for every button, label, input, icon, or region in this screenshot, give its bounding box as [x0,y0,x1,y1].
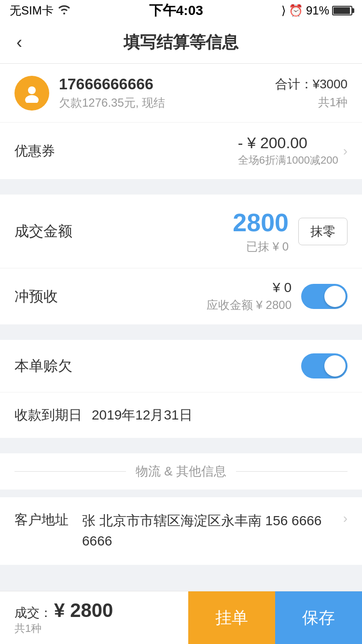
content: 17666666666 欠款1276.35元, 现结 合计：¥3000 共1种 … [0,64,362,644]
coupon-discount: - ¥ 200.00 [238,134,338,152]
svg-point-1 [25,95,39,103]
divider-left [14,471,126,472]
debt-toggle-knob [324,355,346,377]
user-total: 合计：¥3000 共1种 [275,76,348,110]
due-date-label: 收款到期日 [14,406,82,424]
svg-point-0 [28,86,36,94]
user-debt: 欠款1276.35元, 现结 [59,95,165,111]
status-time: 下午4:03 [149,1,203,20]
debt-row: 本单赊欠 [0,340,362,392]
prepay-sub: 应收金额 ¥ 2800 [207,297,292,313]
prepay-right: ¥ 0 应收金额 ¥ 2800 [207,280,348,313]
address-value: 张 北京市市辖区海淀区永丰南 156 6666 6666 [82,511,334,551]
amount-value: 2800 [233,208,289,237]
back-button[interactable]: ‹ [12,28,27,57]
debt-card: 本单赊欠 收款到期日 2019年12月31日 [0,340,362,438]
logistics-card: 物流 & 其他信息 [0,453,362,490]
battery-icon [332,6,352,15]
prepay-values: ¥ 0 应收金额 ¥ 2800 [207,280,292,313]
separator-3 [0,446,362,453]
amount-label: 成交金额 [14,222,72,241]
address-card: 客户地址 张 北京市市辖区海淀区永丰南 156 6666 6666 › [0,497,362,565]
due-date-value: 2019年12月31日 [92,406,193,424]
coupon-desc: 全场6折满1000减200 [238,153,338,168]
avatar [14,76,49,111]
coupon-info: - ¥ 200.00 全场6折满1000减200 [238,134,338,168]
logistics-label: 物流 & 其他信息 [136,463,226,480]
battery-text: 91% [306,4,329,17]
user-info-card: 17666666666 欠款1276.35元, 现结 合计：¥3000 共1种 … [0,64,362,179]
bottom-total-label: 成交： [14,604,52,621]
status-left: 无SIM卡 [10,3,71,18]
user-left: 17666666666 欠款1276.35元, 现结 [14,75,165,111]
bottom-count: 共1种 [14,621,174,636]
nav-bar: ‹ 填写结算等信息 [0,21,362,64]
location-icon: ⟩ [281,4,286,17]
total-amount: 合计：¥3000 [275,76,348,93]
amount-right: 2800 已抹 ¥ 0 抹零 [233,208,348,254]
address-row[interactable]: 客户地址 张 北京市市辖区海淀区永丰南 156 6666 6666 › [0,497,362,565]
separator-1 [0,187,362,195]
bottom-info: 成交： ¥ 2800 共1种 [0,600,188,636]
prepay-toggle[interactable] [301,284,348,309]
user-phone: 17666666666 [59,75,165,93]
page-title: 填写结算等信息 [124,31,238,54]
logistics-divider: 物流 & 其他信息 [0,453,362,490]
save-button[interactable]: 保存 [275,591,362,644]
prepay-row: 冲预收 ¥ 0 应收金额 ¥ 2800 [0,268,362,324]
amount-block: 2800 已抹 ¥ 0 [233,208,289,254]
debt-toggle[interactable] [301,353,348,378]
bottom-total-line: 成交： ¥ 2800 [14,600,174,621]
bottom-total-amount: ¥ 2800 [54,600,113,621]
chevron-right-icon: › [343,143,348,159]
coupon-row[interactable]: 优惠券 - ¥ 200.00 全场6折满1000减200 › [0,122,362,179]
debt-label: 本单赊欠 [14,356,72,376]
divider-right [236,471,348,472]
amount-sub: 已抹 ¥ 0 [233,239,289,254]
status-right: ⟩ ⏰ 91% [281,4,352,17]
coupon-right: - ¥ 200.00 全场6折满1000减200 › [238,134,348,168]
user-info: 17666666666 欠款1276.35元, 现结 [59,75,165,111]
toggle-knob [324,286,346,307]
alarm-icon: ⏰ [289,4,303,17]
address-label: 客户地址 [14,511,72,529]
prepay-label: 冲预收 [14,287,58,307]
status-bar: 无SIM卡 下午4:03 ⟩ ⏰ 91% [0,0,362,21]
user-row: 17666666666 欠款1276.35元, 现结 合计：¥3000 共1种 [0,64,362,122]
due-date-row: 收款到期日 2019年12月31日 [0,392,362,438]
total-count: 共1种 [275,95,348,110]
wifi-icon [57,4,71,17]
amount-row: 成交金额 2800 已抹 ¥ 0 抹零 [0,195,362,268]
carrier-text: 无SIM卡 [10,3,54,18]
hang-button[interactable]: 挂单 [188,591,275,644]
amount-card: 成交金额 2800 已抹 ¥ 0 抹零 冲预收 ¥ 0 应收金额 ¥ 2800 [0,195,362,324]
coupon-label: 优惠券 [14,142,55,160]
address-chevron-icon: › [343,511,348,526]
bottom-bar: 成交： ¥ 2800 共1种 挂单 保存 [0,591,362,644]
prepay-value: ¥ 0 [207,280,292,295]
separator-2 [0,332,362,340]
round-button[interactable]: 抹零 [298,218,348,245]
